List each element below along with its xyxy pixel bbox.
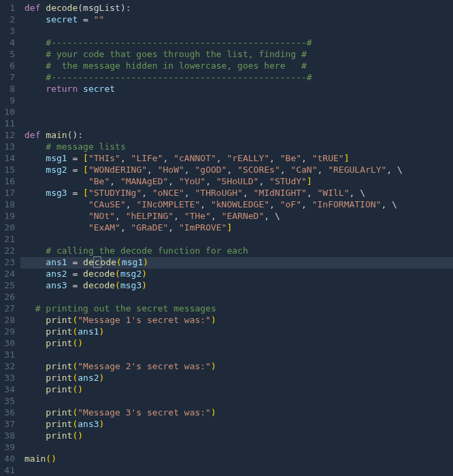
- code-line[interactable]: # calling the decode function for each: [20, 245, 453, 257]
- line-number: 4: [3, 37, 15, 49]
- line-number: 41: [3, 465, 15, 476]
- line-number: 10: [3, 107, 15, 118]
- line-number: 33: [3, 373, 15, 384]
- code-line[interactable]: [20, 396, 453, 407]
- line-number: 18: [3, 199, 15, 211]
- code-line[interactable]: # message lists: [20, 141, 453, 153]
- line-number: 34: [3, 384, 15, 396]
- code-line[interactable]: "CAuSE", "INcOMPLETE", "kNOWLEDGE", "oF"…: [20, 199, 453, 211]
- line-number: 37: [3, 419, 15, 430]
- code-line[interactable]: print(): [20, 338, 453, 350]
- line-number: 35: [3, 396, 15, 407]
- code-line[interactable]: msg3 = ["STUDYINg", "oNCE", "THRoUGH", "…: [20, 188, 453, 199]
- line-number: 25: [3, 280, 15, 292]
- line-number: 22: [3, 245, 15, 257]
- line-number: 26: [3, 292, 15, 303]
- line-number: 19: [3, 211, 15, 222]
- line-number: 39: [3, 442, 15, 454]
- line-number: 30: [3, 338, 15, 350]
- line-number: 6: [3, 61, 15, 72]
- line-number: 23: [3, 257, 15, 269]
- code-line[interactable]: return secret: [20, 84, 453, 95]
- code-line[interactable]: msg1 = ["THIs", "LIFe", "cANNOT", "rEALL…: [20, 153, 453, 165]
- code-line[interactable]: ans2 = decode(msg2): [20, 269, 453, 280]
- code-area[interactable]: def decode(msgList): secret = "" #------…: [20, 0, 453, 476]
- code-line[interactable]: print("Message 3's secret was:"): [20, 407, 453, 419]
- code-line[interactable]: #---------------------------------------…: [20, 72, 453, 84]
- line-number: 27: [3, 303, 15, 315]
- line-number: 16: [3, 176, 15, 188]
- code-line[interactable]: print("Message 2's secret was:"): [20, 361, 453, 373]
- code-line[interactable]: [20, 26, 453, 37]
- code-line[interactable]: msg2 = ["WONdERING", "HoW", "gOOD", "SCO…: [20, 165, 453, 176]
- code-line[interactable]: secret = "": [20, 14, 453, 26]
- line-number: 20: [3, 222, 15, 234]
- code-line[interactable]: print(): [20, 384, 453, 396]
- line-number: 8: [3, 84, 15, 95]
- code-line[interactable]: [20, 442, 453, 454]
- code-line[interactable]: main(): [20, 454, 453, 465]
- line-number: 2: [3, 14, 15, 26]
- code-line[interactable]: [20, 465, 453, 476]
- line-number: 7: [3, 72, 15, 84]
- code-line[interactable]: "ExAM", "GRaDE", "ImPROVE"]: [20, 222, 453, 234]
- line-number: 40: [3, 454, 15, 465]
- code-editor: 1234567891011121314151617181920212223242…: [0, 0, 453, 476]
- code-line[interactable]: def decode(msgList):: [20, 3, 453, 14]
- line-number: 17: [3, 188, 15, 199]
- line-number: 24: [3, 269, 15, 280]
- code-line[interactable]: ans3 = decode(msg3): [20, 280, 453, 292]
- code-line[interactable]: [20, 234, 453, 245]
- line-number: 14: [3, 153, 15, 165]
- line-number: 3: [3, 26, 15, 37]
- line-number: 36: [3, 407, 15, 419]
- code-line[interactable]: ans1 = decode(msg1): [20, 257, 453, 269]
- code-line[interactable]: print(ans1): [20, 326, 453, 338]
- line-number: 29: [3, 326, 15, 338]
- line-number: 13: [3, 141, 15, 153]
- code-line[interactable]: # printing out the secret messages: [20, 303, 453, 315]
- code-line[interactable]: [20, 350, 453, 361]
- line-number: 31: [3, 350, 15, 361]
- code-line[interactable]: # the message hidden in lowercase, goes …: [20, 61, 453, 72]
- code-line[interactable]: # your code that goes through the list, …: [20, 49, 453, 61]
- code-line[interactable]: #---------------------------------------…: [20, 37, 453, 49]
- line-number: 32: [3, 361, 15, 373]
- line-number: 28: [3, 315, 15, 326]
- code-line[interactable]: def main():: [20, 130, 453, 141]
- code-line[interactable]: "NOt", "hELPING", "THe", "EARNeD", \: [20, 211, 453, 222]
- line-number: 38: [3, 430, 15, 442]
- line-number: 12: [3, 130, 15, 141]
- code-line[interactable]: [20, 95, 453, 107]
- line-number: 1: [3, 3, 15, 14]
- code-line[interactable]: print("Message 1's secret was:"): [20, 315, 453, 326]
- code-line[interactable]: [20, 118, 453, 130]
- line-number: 9: [3, 95, 15, 107]
- code-line[interactable]: "Be", "MANAgED", "YoU", "SHoULD", "STUdY…: [20, 176, 453, 188]
- line-number: 11: [3, 118, 15, 130]
- code-line[interactable]: [20, 292, 453, 303]
- code-line[interactable]: print(ans2): [20, 373, 453, 384]
- line-number: 21: [3, 234, 15, 245]
- code-line[interactable]: [20, 107, 453, 118]
- line-gutter: 1234567891011121314151617181920212223242…: [0, 0, 20, 476]
- code-line[interactable]: print(): [20, 430, 453, 442]
- code-line[interactable]: print(ans3): [20, 419, 453, 430]
- line-number: 5: [3, 49, 15, 61]
- line-number: 15: [3, 165, 15, 176]
